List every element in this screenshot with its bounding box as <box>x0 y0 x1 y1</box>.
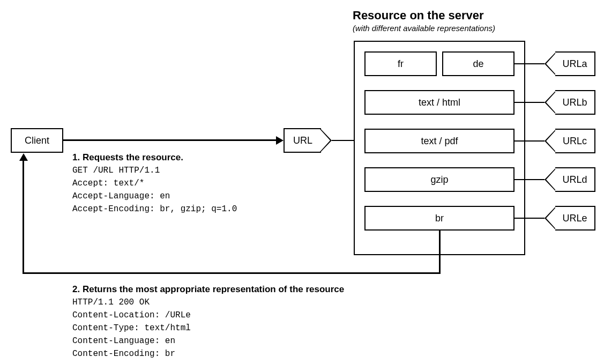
rep-fr: fr <box>364 51 437 76</box>
server-subtitle: (with different available representation… <box>353 24 495 33</box>
line-urld <box>514 179 545 180</box>
rep-br-label: br <box>435 213 444 224</box>
response-line-down <box>439 231 441 273</box>
line-urlc <box>514 140 545 142</box>
client-label: Client <box>25 135 49 146</box>
line-urlb <box>514 102 545 103</box>
diagram-canvas: Resource on the server (with different a… <box>0 0 604 364</box>
line-urle <box>514 218 545 219</box>
server-title: Resource on the server <box>353 9 484 23</box>
response-lines: HTTP/1.1 200 OK Content-Location: /URLe … <box>72 296 191 360</box>
rep-text-html: text / html <box>364 90 514 115</box>
request-arrow-line <box>63 139 276 141</box>
urle-label: URLe <box>562 213 587 224</box>
urle-tag: URLe <box>555 206 595 231</box>
url-to-server-line <box>332 140 354 141</box>
rep-de: de <box>442 51 514 76</box>
urlc-label: URLc <box>563 136 587 147</box>
url-tag-label: URL <box>293 135 312 146</box>
rep-de-label: de <box>473 58 483 70</box>
rep-text-pdf: text / pdf <box>364 129 514 153</box>
url-tag: URL <box>284 128 321 153</box>
urld-label: URLd <box>562 174 587 185</box>
urlb-tag: URLb <box>555 90 595 115</box>
rep-text-html-label: text / html <box>419 97 460 108</box>
line-urla <box>514 63 545 64</box>
urlc-tag: URLc <box>555 129 595 153</box>
rep-gzip: gzip <box>364 167 514 192</box>
urla-tag: URLa <box>555 51 595 76</box>
urlb-label: URLb <box>562 97 587 108</box>
request-heading: 1. Requests the resource. <box>72 152 183 163</box>
urla-label: URLa <box>562 58 587 70</box>
request-arrowhead <box>276 136 284 145</box>
response-line-horiz <box>23 272 441 274</box>
rep-fr-label: fr <box>398 58 404 70</box>
urld-tag: URLd <box>555 167 595 192</box>
rep-gzip-label: gzip <box>430 174 448 185</box>
client-box: Client <box>11 128 63 153</box>
response-arrowhead <box>19 153 28 161</box>
request-lines: GET /URL HTTP/1.1 Accept: text/* Accept-… <box>72 164 237 216</box>
response-line-up <box>23 161 24 274</box>
rep-br: br <box>364 206 514 231</box>
rep-text-pdf-label: text / pdf <box>421 136 458 147</box>
response-heading: 2. Returns the most appropriate represen… <box>72 284 344 295</box>
